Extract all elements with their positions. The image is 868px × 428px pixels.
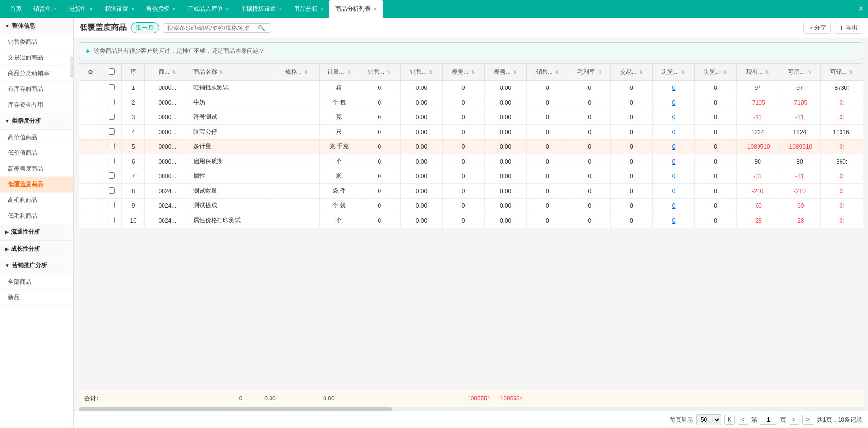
sidebar-section-growth[interactable]: ▶ 成长性分析	[0, 241, 73, 257]
cell-browse1[interactable]: 0	[652, 213, 695, 228]
cell-check[interactable]	[102, 140, 122, 154]
sidebar-item-low-coverage[interactable]: 低覆盖度商品	[0, 177, 73, 193]
th-sales1[interactable]: 销售... ⇅	[358, 64, 401, 81]
th-sellable[interactable]: 可销... ⇅	[821, 64, 863, 81]
sidebar-item-high-coverage[interactable]: 高覆盖度商品	[0, 161, 73, 177]
cell-browse1[interactable]: 0	[652, 169, 695, 184]
row-checkbox[interactable]	[108, 99, 115, 105]
cell-spec	[274, 154, 319, 169]
th-browse1[interactable]: 浏览... ⇅	[652, 64, 695, 81]
cell-check[interactable]	[102, 169, 122, 184]
page-size-select[interactable]: 50 20 100	[696, 414, 721, 425]
page-number-input[interactable]	[760, 415, 777, 425]
close-icon[interactable]: ×	[226, 6, 229, 12]
nav-product-analysis[interactable]: 商品分析 ×	[288, 0, 329, 18]
cell-check[interactable]	[102, 154, 122, 169]
th-checkbox[interactable]	[102, 64, 122, 81]
nav-home[interactable]: 首页	[4, 0, 27, 18]
sidebar-item-sales-goods[interactable]: 销售类商品	[0, 34, 73, 50]
th-available[interactable]: 可用... ⇅	[779, 64, 821, 81]
select-all-checkbox[interactable]	[108, 68, 115, 75]
row-checkbox[interactable]	[108, 128, 115, 135]
th-browse2[interactable]: 浏览... ⇅	[695, 64, 737, 81]
search-input[interactable]	[167, 25, 256, 31]
close-icon[interactable]: ×	[54, 6, 57, 12]
row-checkbox[interactable]	[108, 158, 115, 164]
th-spec[interactable]: 规格... ⇅	[274, 64, 319, 81]
row-checkbox[interactable]	[108, 84, 115, 90]
th-code[interactable]: 商... ⇅	[145, 64, 190, 81]
sidebar-section-overall[interactable]: ▼ 整体信息	[0, 18, 73, 34]
row-checkbox[interactable]	[108, 187, 115, 194]
sidebar-item-traded-goods[interactable]: 交易过的商品	[0, 50, 73, 66]
nav-product-inbound[interactable]: 产成品入库单 ×	[182, 0, 235, 18]
last-page-button[interactable]: >|	[802, 415, 814, 425]
close-icon[interactable]: ×	[374, 6, 377, 12]
close-icon[interactable]: ×	[89, 6, 92, 12]
sidebar-section-marketing[interactable]: ▼ 营销推广分析	[0, 257, 73, 274]
sidebar-item-low-value[interactable]: 低价值商品	[0, 145, 73, 161]
row-checkbox[interactable]	[108, 172, 115, 179]
sidebar-item-new-goods[interactable]: 新品	[0, 290, 73, 306]
sidebar-item-category-sales-rate[interactable]: 商品分类动销率	[0, 66, 73, 82]
cell-browse1[interactable]: 0	[652, 184, 695, 199]
sidebar-item-high-value[interactable]: 高价值商品	[0, 130, 73, 145]
nav-template-settings[interactable]: 单据模板设置 ×	[235, 0, 288, 18]
th-current[interactable]: 现有... ⇅	[736, 64, 779, 81]
settings-icon[interactable]: ⚙	[88, 69, 93, 76]
cell-check[interactable]	[102, 184, 122, 199]
th-unit[interactable]: 计量... ⇅	[320, 64, 358, 81]
nav-permissions[interactable]: 权限设置 ×	[99, 0, 140, 18]
cell-browse1[interactable]: 0	[652, 140, 695, 154]
row-checkbox[interactable]	[108, 202, 115, 208]
sidebar-section-liquidity[interactable]: ▶ 流通性分析	[0, 224, 73, 241]
row-checkbox[interactable]	[108, 143, 115, 149]
th-cover2[interactable]: 覆盖... ⇅	[485, 64, 527, 81]
close-all-tabs-icon[interactable]: ×	[859, 4, 863, 13]
th-sales3[interactable]: 销售... ⇅	[526, 64, 569, 81]
prev-page-button[interactable]: <	[738, 415, 748, 425]
cell-browse1[interactable]: 0	[652, 110, 695, 125]
cell-browse1[interactable]: 0	[652, 125, 695, 140]
close-icon[interactable]: ×	[131, 6, 134, 12]
close-icon[interactable]: ×	[279, 6, 282, 12]
cell-browse1[interactable]: 0	[652, 199, 695, 213]
th-trade[interactable]: 交易... ⇅	[611, 64, 653, 81]
share-button[interactable]: ↗ 分享	[803, 22, 831, 34]
cell-browse1[interactable]: 0	[652, 81, 695, 95]
next-page-button[interactable]: >	[789, 415, 799, 425]
cell-browse1[interactable]: 0	[652, 95, 695, 110]
cell-check[interactable]	[102, 95, 122, 110]
close-icon[interactable]: ×	[172, 6, 175, 12]
cell-check[interactable]	[102, 199, 122, 213]
th-sales2[interactable]: 销售... ⇅	[401, 64, 443, 81]
sidebar-item-inventory-capital[interactable]: 库存资金占用	[0, 97, 73, 113]
row-checkbox[interactable]	[108, 217, 115, 223]
sidebar-section-group-analysis[interactable]: ▼ 类群度分析	[0, 113, 73, 130]
th-gross-margin[interactable]: 毛利率 ⇅	[569, 64, 611, 81]
sidebar-item-high-margin[interactable]: 高毛利商品	[0, 193, 73, 208]
time-filter-button[interactable]: 近一月	[131, 22, 159, 33]
th-settings[interactable]: ⚙	[79, 64, 102, 81]
sidebar-item-stocked-goods[interactable]: 有库存的商品	[0, 82, 73, 97]
th-cover1[interactable]: 覆盖... ⇅	[442, 64, 485, 81]
nav-product-analysis-list[interactable]: 商品分析列表 ×	[329, 0, 382, 18]
th-name[interactable]: 商品名称 ⇅	[190, 64, 274, 81]
cell-check[interactable]	[102, 81, 122, 95]
sidebar-collapse-button[interactable]: «	[70, 57, 74, 77]
nav-sales-order[interactable]: 销货单 ×	[27, 0, 63, 18]
first-page-button[interactable]: K	[724, 415, 735, 425]
search-icon[interactable]: 🔍	[258, 25, 265, 31]
sidebar-item-low-margin[interactable]: 低毛利商品	[0, 208, 73, 224]
cell-browse1[interactable]: 0	[652, 154, 695, 169]
nav-role-auth[interactable]: 角色授权 ×	[140, 0, 181, 18]
export-button[interactable]: ⬆ 导出	[835, 22, 862, 34]
cell-check[interactable]	[102, 125, 122, 140]
cell-check[interactable]	[102, 110, 122, 125]
sidebar-item-all-goods[interactable]: 全部商品	[0, 274, 73, 290]
data-table-container[interactable]: ⚙ 序 商... ⇅ 商品名称 ⇅ 规格... ⇅ 计量... ⇅ 销售... …	[79, 63, 863, 390]
nav-purchase-order[interactable]: 进货单 ×	[63, 0, 98, 18]
cell-check[interactable]	[102, 213, 122, 228]
close-icon[interactable]: ×	[321, 6, 324, 12]
row-checkbox[interactable]	[108, 114, 115, 120]
